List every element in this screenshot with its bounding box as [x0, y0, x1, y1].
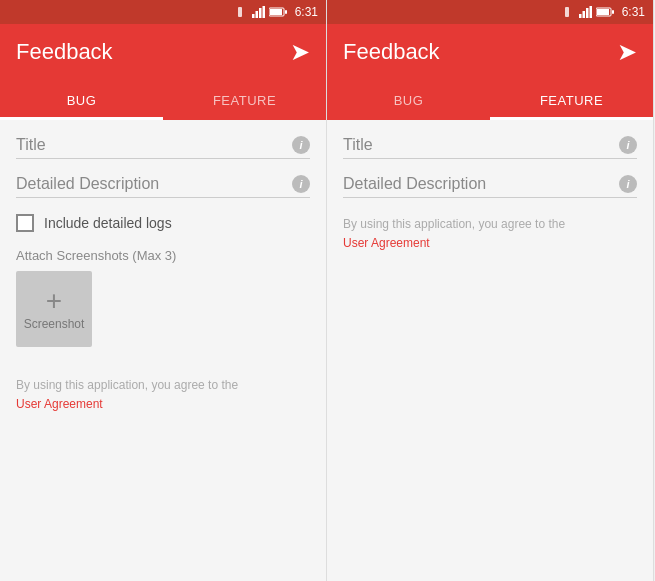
svg-rect-8	[565, 7, 569, 17]
description-info-icon-left[interactable]: i	[292, 175, 310, 193]
title-info-icon-right[interactable]: i	[619, 136, 637, 154]
status-time-left: 6:31	[295, 5, 318, 19]
app-title-left: Feedback	[16, 39, 113, 65]
agreement-box-right: By using this application, you agree to …	[343, 214, 637, 251]
user-agreement-link-left[interactable]: User Agreement	[16, 397, 103, 411]
screenshot-text-left: Screenshot	[24, 317, 85, 331]
plus-icon-left: +	[46, 287, 62, 315]
tab-bug-left[interactable]: BUG	[0, 80, 163, 120]
svg-rect-7	[285, 10, 287, 14]
svg-rect-2	[255, 11, 258, 18]
content-right: Title i Detailed Description i By using …	[327, 120, 653, 581]
description-section-right: Detailed Description i	[343, 175, 637, 198]
status-time-right: 6:31	[622, 5, 645, 19]
description-label-row-left: Detailed Description i	[16, 175, 310, 193]
attach-label-left: Attach Screenshots (Max 3)	[16, 248, 310, 263]
svg-rect-9	[579, 14, 582, 18]
title-info-icon-left[interactable]: i	[292, 136, 310, 154]
screenshot-button-left[interactable]: + Screenshot	[16, 271, 92, 347]
status-icons-right	[564, 6, 614, 18]
svg-rect-11	[586, 8, 589, 18]
description-section-left: Detailed Description i	[16, 175, 310, 198]
checkbox-label-left: Include detailed logs	[44, 215, 172, 231]
status-bar-left: 6:31	[0, 0, 326, 24]
svg-rect-15	[612, 10, 614, 14]
sim-icon-right	[564, 6, 576, 18]
svg-rect-1	[252, 14, 255, 18]
app-bar-left: Feedback ➤	[0, 24, 326, 80]
app-bar-right: Feedback ➤	[327, 24, 653, 80]
right-screen: 6:31 Feedback ➤ BUG FEATURE Title i	[327, 0, 654, 581]
send-button-right[interactable]: ➤	[617, 38, 637, 66]
svg-rect-10	[582, 11, 585, 18]
agreement-text-left: By using this application, you agree to …	[16, 378, 238, 392]
signal-icon-right	[579, 6, 593, 18]
battery-icon-left	[269, 7, 287, 17]
agreement-text-right: By using this application, you agree to …	[343, 217, 565, 231]
agreement-section-left: By using this application, you agree to …	[16, 367, 310, 412]
battery-icon-right	[596, 7, 614, 17]
svg-rect-6	[270, 9, 282, 15]
tab-bar-left: BUG FEATURE	[0, 80, 326, 120]
description-label-row-right: Detailed Description i	[343, 175, 637, 193]
tab-bug-right[interactable]: BUG	[327, 80, 490, 120]
attach-section-left: Attach Screenshots (Max 3) + Screenshot	[16, 248, 310, 347]
svg-rect-12	[589, 6, 592, 18]
description-divider-right	[343, 197, 637, 198]
sim-icon-left	[237, 6, 249, 18]
title-divider-right	[343, 158, 637, 159]
title-label-right: Title	[343, 136, 373, 154]
description-divider-left	[16, 197, 310, 198]
tab-feature-right[interactable]: FEATURE	[490, 80, 653, 120]
title-section-left: Title i	[16, 136, 310, 159]
title-label-left: Title	[16, 136, 46, 154]
user-agreement-link-right[interactable]: User Agreement	[343, 236, 430, 250]
svg-rect-14	[597, 9, 609, 15]
tab-bar-right: BUG FEATURE	[327, 80, 653, 120]
svg-rect-0	[238, 7, 242, 17]
send-button-left[interactable]: ➤	[290, 38, 310, 66]
title-section-right: Title i	[343, 136, 637, 159]
app-title-right: Feedback	[343, 39, 440, 65]
description-label-right: Detailed Description	[343, 175, 486, 193]
status-bar-right: 6:31	[327, 0, 653, 24]
description-label-left: Detailed Description	[16, 175, 159, 193]
title-divider-left	[16, 158, 310, 159]
content-left: Title i Detailed Description i Include d…	[0, 120, 326, 581]
svg-rect-4	[262, 6, 265, 18]
title-label-row-left: Title i	[16, 136, 310, 154]
checkbox-left[interactable]	[16, 214, 34, 232]
status-icons-left	[237, 6, 287, 18]
checkbox-row-left[interactable]: Include detailed logs	[16, 214, 310, 232]
description-info-icon-right[interactable]: i	[619, 175, 637, 193]
left-screen: 6:31 Feedback ➤ BUG FEATURE Title i	[0, 0, 327, 581]
svg-rect-3	[259, 8, 262, 18]
signal-icon-left	[252, 6, 266, 18]
title-label-row-right: Title i	[343, 136, 637, 154]
tab-feature-left[interactable]: FEATURE	[163, 80, 326, 120]
